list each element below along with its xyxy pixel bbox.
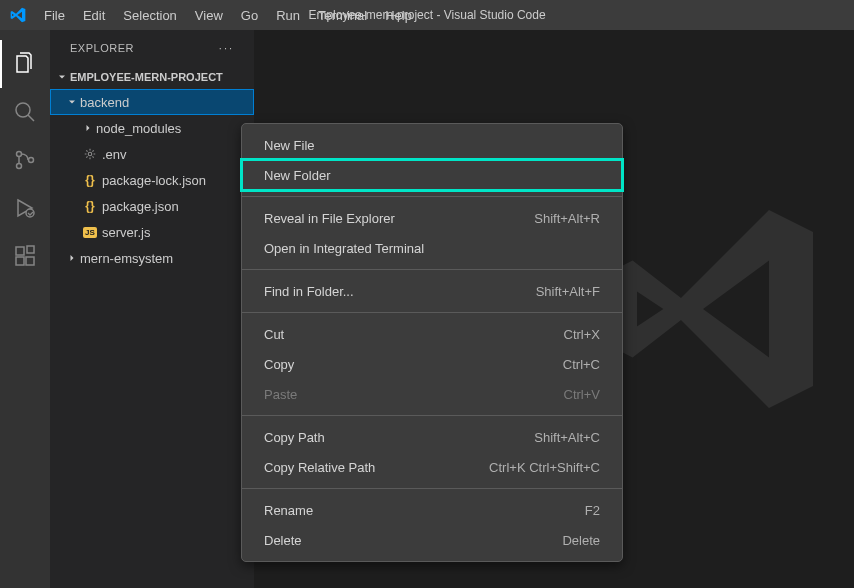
menu-go[interactable]: Go: [232, 0, 267, 30]
tree-file-env[interactable]: .env: [50, 141, 254, 167]
ctx-separator: [242, 415, 622, 416]
file-tree: backend node_modules .env {} package-loc…: [50, 89, 254, 271]
svg-rect-6: [16, 247, 24, 255]
menu-selection[interactable]: Selection: [114, 0, 185, 30]
tree-label: .env: [102, 147, 127, 162]
titlebar: File Edit Selection View Go Run Terminal…: [0, 0, 854, 30]
window-title: Employee-mern-project - Visual Studio Co…: [308, 8, 545, 22]
tree-file-package-lock[interactable]: {} package-lock.json: [50, 167, 254, 193]
vscode-watermark-icon: [604, 199, 824, 419]
ctx-new-file[interactable]: New File: [242, 130, 622, 160]
ctx-copy[interactable]: CopyCtrl+C: [242, 349, 622, 379]
section-title: EMPLOYEE-MERN-PROJECT: [70, 71, 223, 83]
ctx-rename[interactable]: RenameF2: [242, 495, 622, 525]
json-icon: {}: [80, 173, 100, 187]
ctx-copy-path[interactable]: Copy PathShift+Alt+C: [242, 422, 622, 452]
chevron-right-icon: [64, 252, 80, 264]
more-icon[interactable]: ···: [219, 42, 234, 54]
ctx-reveal-explorer[interactable]: Reveal in File ExplorerShift+Alt+R: [242, 203, 622, 233]
sidebar-title: EXPLORER: [70, 42, 134, 54]
activity-search[interactable]: [0, 88, 50, 136]
gear-icon: [80, 147, 100, 161]
tree-folder-node-modules[interactable]: node_modules: [50, 115, 254, 141]
svg-point-0: [16, 103, 30, 117]
ctx-open-terminal[interactable]: Open in Integrated Terminal: [242, 233, 622, 263]
svg-rect-7: [16, 257, 24, 265]
menu-view[interactable]: View: [186, 0, 232, 30]
svg-rect-9: [27, 246, 34, 253]
ctx-new-folder[interactable]: New Folder: [242, 160, 622, 190]
tree-file-package-json[interactable]: {} package.json: [50, 193, 254, 219]
ctx-copy-relative-path[interactable]: Copy Relative PathCtrl+K Ctrl+Shift+C: [242, 452, 622, 482]
ctx-find-folder[interactable]: Find in Folder...Shift+Alt+F: [242, 276, 622, 306]
chevron-right-icon: [80, 122, 96, 134]
chevron-down-icon: [64, 96, 80, 108]
tree-label: package-lock.json: [102, 173, 206, 188]
ctx-separator: [242, 196, 622, 197]
tree-label: server.js: [102, 225, 150, 240]
json-icon: {}: [80, 199, 100, 213]
sidebar-explorer: EXPLORER ··· EMPLOYEE-MERN-PROJECT backe…: [50, 30, 254, 588]
activity-extensions[interactable]: [0, 232, 50, 280]
tree-folder-backend[interactable]: backend: [50, 89, 254, 115]
activity-bar: [0, 30, 50, 588]
tree-label: backend: [80, 95, 129, 110]
section-header[interactable]: EMPLOYEE-MERN-PROJECT: [50, 65, 254, 89]
ctx-cut[interactable]: CutCtrl+X: [242, 319, 622, 349]
tree-label: node_modules: [96, 121, 181, 136]
context-menu: New File New Folder Reveal in File Explo…: [241, 123, 623, 562]
svg-point-2: [17, 152, 22, 157]
vscode-logo-icon: [0, 7, 35, 23]
menu-edit[interactable]: Edit: [74, 0, 114, 30]
ctx-separator: [242, 312, 622, 313]
menu-run[interactable]: Run: [267, 0, 309, 30]
tree-file-server-js[interactable]: JS server.js: [50, 219, 254, 245]
ctx-delete[interactable]: DeleteDelete: [242, 525, 622, 555]
ctx-separator: [242, 269, 622, 270]
svg-point-4: [29, 158, 34, 163]
ctx-separator: [242, 488, 622, 489]
svg-line-1: [28, 115, 34, 121]
js-icon: JS: [80, 227, 100, 238]
activity-explorer[interactable]: [0, 40, 50, 88]
ctx-paste: PasteCtrl+V: [242, 379, 622, 409]
menu-file[interactable]: File: [35, 0, 74, 30]
activity-source-control[interactable]: [0, 136, 50, 184]
tree-folder-mern-emsystem[interactable]: mern-emsystem: [50, 245, 254, 271]
activity-run-debug[interactable]: [0, 184, 50, 232]
sidebar-header: EXPLORER ···: [50, 30, 254, 65]
svg-rect-8: [26, 257, 34, 265]
svg-point-3: [17, 164, 22, 169]
tree-label: package.json: [102, 199, 179, 214]
chevron-down-icon: [54, 71, 70, 83]
tree-label: mern-emsystem: [80, 251, 173, 266]
svg-point-10: [88, 152, 92, 156]
